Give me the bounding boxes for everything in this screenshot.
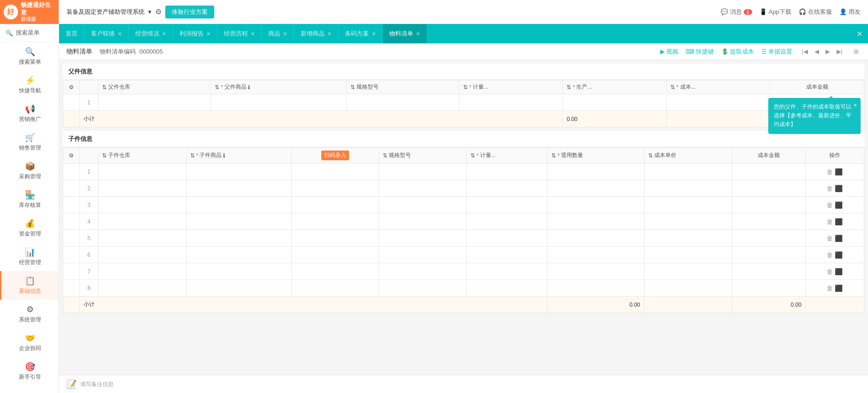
sidebar-item-1[interactable]: ⚡ 快捷导航	[0, 71, 59, 99]
view-button[interactable]: ▶ 视频	[660, 48, 678, 56]
child-unit-sort[interactable]: ⇅	[470, 152, 475, 159]
parent-col-setting[interactable]: ⚙	[63, 80, 80, 94]
sidebar-item-5[interactable]: 🏪 库存核算	[0, 185, 59, 214]
nav-tab-close-4[interactable]: ✕	[251, 31, 255, 37]
sidebar-item-0[interactable]: 🔍 搜索菜单	[0, 42, 59, 71]
child-row-spec-3[interactable]	[379, 213, 467, 230]
note-hint[interactable]: 填写备注信息	[80, 381, 114, 388]
child-row-warehouse-3[interactable]	[98, 213, 187, 230]
nav-tab-3[interactable]: 利润报告✕	[173, 24, 217, 43]
sidebar-item-2[interactable]: 📢 营销推广	[0, 99, 59, 128]
copy-row-icon-7[interactable]: ⬛	[835, 284, 843, 292]
child-row-spec-1[interactable]	[379, 180, 467, 197]
parent-row-cost[interactable]	[666, 94, 770, 111]
parent-warehouse-sort[interactable]: ⇅	[102, 84, 107, 91]
parent-spec-sort[interactable]: ⇅	[350, 84, 355, 91]
sidebar-item-4[interactable]: 📦 采购管理	[0, 157, 59, 185]
nav-tab-close-1[interactable]: ✕	[118, 31, 122, 37]
child-row-scan-0[interactable]	[292, 163, 379, 180]
copy-row-icon-2[interactable]: ⬛	[835, 201, 843, 209]
parent-row-spec[interactable]	[346, 94, 459, 111]
child-row-scan-6[interactable]	[292, 263, 379, 280]
scan-input-button[interactable]: 扫码录入	[321, 151, 349, 160]
child-row-product-0[interactable]	[186, 163, 292, 180]
delete-row-icon-0[interactable]: 🗑	[826, 168, 833, 175]
child-row-qty-6[interactable]	[548, 263, 644, 280]
child-row-spec-6[interactable]	[379, 263, 467, 280]
child-row-product-4[interactable]	[186, 230, 292, 247]
child-spec-sort[interactable]: ⇅	[383, 152, 387, 159]
child-row-product-6[interactable]	[186, 263, 292, 280]
nav-tab-5[interactable]: 商品✕	[262, 24, 294, 43]
child-row-product-7[interactable]	[186, 280, 292, 296]
child-row-product-2[interactable]	[186, 197, 292, 213]
delete-row-icon-2[interactable]: 🗑	[826, 201, 833, 209]
parent-row-unit[interactable]	[459, 94, 563, 111]
close-all-tabs-button[interactable]: ✕	[851, 30, 868, 38]
child-row-qty-5[interactable]	[548, 247, 644, 263]
copy-row-icon-3[interactable]: ⬛	[835, 218, 843, 225]
nav-tab-close-8[interactable]: ✕	[416, 31, 420, 37]
child-row-qty-1[interactable]	[548, 180, 644, 197]
parent-product-sort[interactable]: ⇅	[215, 84, 219, 91]
nav-tab-0[interactable]: 首页	[59, 24, 84, 43]
nav-tab-close-5[interactable]: ✕	[283, 31, 287, 37]
child-row-unit-5[interactable]	[467, 247, 548, 263]
child-row-unit-3[interactable]	[467, 213, 548, 230]
child-row-scan-2[interactable]	[292, 197, 379, 213]
app-download-button[interactable]: 📱 App下载	[760, 8, 791, 16]
settings-icon[interactable]: ⚙	[155, 7, 162, 16]
nav-tab-4[interactable]: 经营历程✕	[217, 24, 262, 43]
parent-cost-sort[interactable]: ⇅	[670, 84, 675, 91]
child-row-scan-3[interactable]	[292, 213, 379, 230]
parent-unit-sort[interactable]: ⇅	[463, 84, 468, 91]
delete-row-icon-5[interactable]: 🗑	[826, 251, 833, 259]
child-row-scan-1[interactable]	[292, 180, 379, 197]
child-row-qty-7[interactable]	[548, 280, 644, 296]
copy-row-icon-6[interactable]: ⬛	[835, 268, 843, 275]
child-product-sort[interactable]: ⇅	[190, 152, 195, 159]
child-row-warehouse-4[interactable]	[98, 230, 187, 247]
child-row-unit-cost-5[interactable]	[644, 247, 732, 263]
child-row-unit-cost-7[interactable]	[644, 280, 732, 296]
dropdown-arrow[interactable]: ▾	[148, 8, 151, 15]
nav-tab-close-7[interactable]: ✕	[372, 31, 376, 37]
child-row-warehouse-2[interactable]	[98, 197, 187, 213]
child-row-warehouse-0[interactable]	[98, 163, 187, 180]
last-page-button[interactable]: ▶|	[835, 47, 844, 56]
child-row-unit-4[interactable]	[467, 230, 548, 247]
nav-tab-close-6[interactable]: ✕	[327, 31, 332, 37]
user-menu[interactable]: 👤 用友	[839, 8, 861, 16]
parent-produce-sort[interactable]: ⇅	[567, 84, 571, 91]
copy-row-icon-5[interactable]: ⬛	[835, 251, 843, 259]
child-row-scan-4[interactable]	[292, 230, 379, 247]
message-button[interactable]: 💬 消息 6	[721, 8, 752, 16]
child-row-product-1[interactable]	[186, 180, 292, 197]
nav-tab-2[interactable]: 经营情况✕	[129, 24, 173, 43]
sidebar-item-6[interactable]: 💰 资金管理	[0, 214, 59, 242]
child-row-unit-cost-1[interactable]	[644, 180, 732, 197]
child-row-spec-2[interactable]	[379, 197, 467, 213]
delete-row-icon-7[interactable]: 🗑	[826, 284, 833, 292]
nav-tab-close-2[interactable]: ✕	[162, 31, 166, 37]
child-row-unit-0[interactable]	[467, 163, 548, 180]
child-unit-cost-sort[interactable]: ⇅	[648, 152, 653, 159]
delete-row-icon-4[interactable]: 🗑	[826, 235, 833, 242]
child-row-unit-cost-4[interactable]	[644, 230, 732, 247]
child-row-qty-4[interactable]	[548, 230, 644, 247]
cost-button[interactable]: 💲 提取成本	[721, 48, 754, 56]
child-row-unit-2[interactable]	[467, 197, 548, 213]
sidebar-item-10[interactable]: 🤝 企业协同	[0, 328, 59, 357]
parent-row-produce[interactable]	[563, 94, 667, 111]
copy-row-icon-4[interactable]: ⬛	[835, 235, 843, 242]
nav-tab-1[interactable]: 客户联络✕	[84, 24, 129, 43]
child-row-qty-3[interactable]	[548, 213, 644, 230]
child-row-product-5[interactable]	[186, 247, 292, 263]
nav-tab-7[interactable]: 条码方案✕	[338, 24, 383, 43]
child-row-product-3[interactable]	[186, 213, 292, 230]
child-row-warehouse-6[interactable]	[98, 263, 187, 280]
next-page-button[interactable]: ▶	[824, 47, 832, 56]
child-row-unit-1[interactable]	[467, 180, 548, 197]
parent-row-warehouse[interactable]	[98, 94, 211, 111]
setting-button[interactable]: ☰ 单据设置	[761, 48, 792, 56]
